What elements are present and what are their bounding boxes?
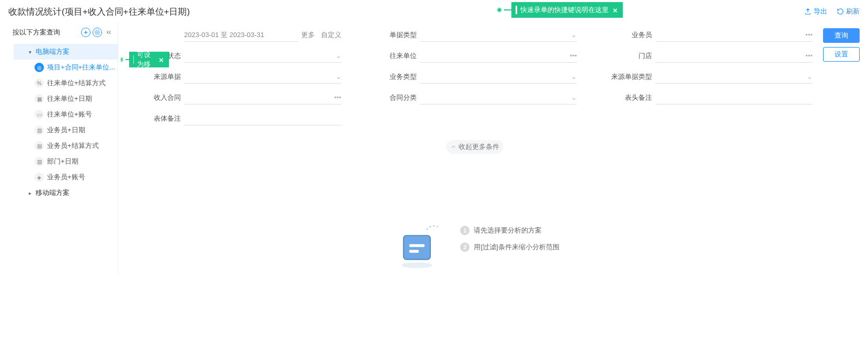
field-bill-type: 单据类型 ⌄ [373,28,577,42]
field-header-remark: 表头备注 [608,91,813,105]
sidebar-title: 按以下方案查询 [13,28,60,37]
source-bill-type-select[interactable]: ⌄ [655,70,813,84]
field-body-remark: 表体备注 [137,112,341,125]
chevron-down-icon: ⌄ [807,73,813,80]
step-number-icon: 2 [460,242,470,252]
filter-area: 2023-03-01 至 2023-03-31 更多 自定义 单据类型 ⌄ 业务… [118,23,823,274]
chevron-down-icon: ⌄ [571,94,577,101]
field-label: 表体备注 [137,114,184,123]
date-more-link[interactable]: 更多 [301,30,315,40]
percent-icon: % [35,78,44,88]
side-tip: 电脑方案可设为移动方案哦 × [120,52,169,67]
sidebar-item-label: 往来单位+日期 [47,94,92,103]
sidebar-group-pc[interactable]: ▾ 电脑端方案 [14,44,118,60]
field-label: 收入合同 [137,93,184,102]
tip-bar-icon [133,55,134,64]
sidebar-item-label: 部门+日期 [47,157,78,166]
svg-rect-4 [409,250,419,253]
top-tip-text: 快速录单的快捷键说明在这里 [520,5,609,15]
date-custom-link[interactable]: 自定义 [321,30,341,40]
bill-type-select[interactable]: ⌄ [420,28,577,42]
step-text: 请先选择要分析的方案 [474,226,542,235]
scheme-tree: ▾ 电脑端方案 ◎ 项目+合同+往来单位... % 往来单位+结算方式 ▦ 往来… [0,44,118,201]
sidebar-group-label: 移动端方案 [36,188,70,198]
query-button[interactable]: 查询 [823,28,860,43]
field-label: 业务类型 [373,72,420,82]
sidebar-item-scheme[interactable]: ▭ 往来单位+账号 [35,107,118,122]
chevron-up-icon [450,144,456,150]
chevron-down-icon: ⌄ [336,73,341,80]
target-icon: ◎ [35,63,44,72]
more-icon: ••• [805,52,813,60]
export-button[interactable]: 导出 [804,7,827,16]
collapse-filters-label: 收起更多条件 [459,142,499,152]
field-date: 2023-03-01 至 2023-03-31 更多 自定义 [137,28,341,42]
sidebar-item-scheme[interactable]: ◈ 业务员+账号 [35,169,118,185]
sidebar-item-scheme[interactable]: ▦ 往来单位+日期 [35,91,118,107]
add-scheme-button[interactable] [81,28,90,37]
top-actions: 导出 刷新 [795,7,860,16]
settings-button[interactable]: 设置 [823,47,860,62]
source-bill-select[interactable]: ⌄ [184,70,341,84]
svg-rect-1 [404,236,430,260]
field-label: 单据类型 [373,30,420,40]
sales-person-picker[interactable]: ••• [655,28,813,42]
settings-scheme-button[interactable] [93,28,102,37]
sidebar-item-scheme[interactable]: ▧ 部门+日期 [35,154,118,169]
close-icon[interactable]: × [159,55,164,64]
biz-type-select[interactable]: ⌄ [420,70,577,84]
sidebar-item-label: 往来单位+结算方式 [47,78,106,88]
contract-class-select[interactable]: ⌄ [420,91,577,105]
side-tip-box: 电脑方案可设为移动方案哦 × [129,52,169,67]
refresh-button[interactable]: 刷新 [837,7,860,16]
top-tip-box: 快速录单的快捷键说明在这里 × [511,2,623,18]
sidebar-group-mobile[interactable]: ▸ 移动端方案 [9,185,118,201]
sidebar-item-scheme[interactable]: ◎ 项目+合同+往来单位... [35,60,118,75]
more-icon: ••• [570,52,577,60]
sidebar-header: 按以下方案查询 [0,23,118,42]
empty-steps: 1 请先选择要分析的方案 2 用[过滤]条件来缩小分析范围 [460,226,559,259]
sidebar-item-scheme[interactable]: ▤ 业务员+结算方式 [35,138,118,154]
side-tip-text: 电脑方案可设为移动方案哦 [137,31,155,88]
tip-connector-icon [125,59,129,60]
main-area: 2023-03-01 至 2023-03-31 更多 自定义 单据类型 ⌄ 业务… [118,23,868,274]
field-sales-person: 业务员 ••• [608,28,813,42]
chevron-down-icon: ⌄ [571,73,577,80]
tip-dot-icon [120,57,123,62]
svg-point-5 [402,262,432,268]
refresh-icon [837,8,844,15]
more-icon: ••• [334,94,341,101]
empty-illustration-icon [390,216,448,274]
body-remark-input[interactable] [184,112,341,125]
date-input[interactable]: 2023-03-01 至 2023-03-31 [184,28,298,42]
tip-bar-icon [516,6,517,14]
plus-icon [83,30,88,35]
chevron-down-icon: ⌄ [336,52,341,60]
field-label: 往来单位 [373,51,420,61]
chevron-double-left-icon [105,29,112,36]
sidebar-item-label: 业务员+结算方式 [47,141,99,150]
page-title: 收款情况统计(项目+收入合同+往来单位+日期) [8,6,190,18]
header-remark-input[interactable] [655,91,813,105]
sidebar-item-scheme[interactable]: ▥ 业务员+日期 [35,122,118,138]
top-tip: 快速录单的快捷键说明在这里 × [497,2,623,18]
close-icon[interactable]: × [613,6,618,15]
more-icon: ••• [805,31,813,39]
field-source-bill-type: 来源单据类型 ⌄ [608,70,813,84]
sidebar-item-scheme[interactable]: % 往来单位+结算方式 [35,75,118,91]
trend-icon: ▧ [35,157,44,166]
field-source-bill: 来源单据 ⌄ [137,70,341,84]
partner-picker[interactable]: ••• [420,49,577,63]
cube-icon: ◈ [35,172,44,182]
empty-state: 1 请先选择要分析的方案 2 用[过滤]条件来缩小分析范围 [137,216,813,274]
collapse-filters-button[interactable]: 收起更多条件 [446,140,504,154]
svg-rect-3 [409,244,425,247]
caret-down-icon: ▾ [27,49,32,55]
income-contract-picker[interactable]: ••• [184,91,341,105]
caret-right-icon: ▸ [27,190,32,196]
empty-step: 2 用[过滤]条件来缩小分析范围 [460,242,559,252]
bill-status-select[interactable]: ⌄ [184,49,341,63]
collapse-sidebar-button[interactable] [104,28,113,37]
sidebar-item-label: 项目+合同+往来单位... [47,63,115,72]
shop-picker[interactable]: ••• [655,49,813,63]
